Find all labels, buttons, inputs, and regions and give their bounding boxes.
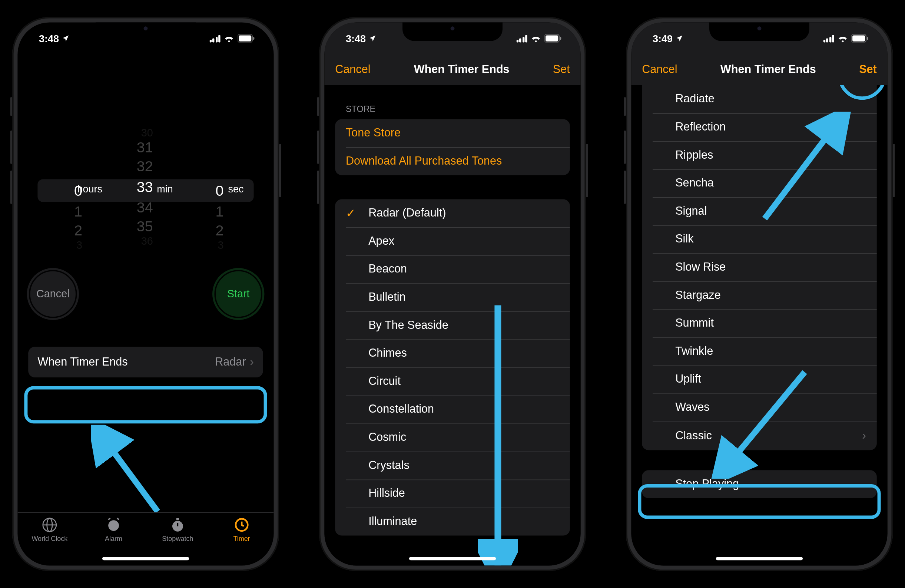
ringtone-label: Uplift: [675, 373, 701, 386]
tab-alarm[interactable]: Alarm: [87, 517, 140, 542]
ringtone-list: ✓Radar (Default)ApexBeaconBulletinBy The…: [335, 199, 570, 536]
location-icon: [62, 33, 70, 44]
cancel-button[interactable]: Cancel: [335, 63, 370, 76]
ringtone-row[interactable]: Uplift: [642, 366, 877, 394]
nav-header: Cancel When Timer Ends Set: [324, 54, 580, 85]
store-header: STORE: [324, 85, 580, 119]
ringtone-label: Summit: [675, 316, 714, 330]
ringtone-row[interactable]: Bulletin: [335, 283, 570, 311]
stop-playing-row[interactable]: Stop Playing: [642, 470, 877, 498]
download-all-row[interactable]: Download All Purchased Tones: [335, 147, 570, 175]
ringtone-row[interactable]: Beacon: [335, 256, 570, 284]
ringtone-list: RadiateReflectionRipplesSenchaSignalSilk…: [642, 85, 877, 450]
battery-icon: [851, 35, 868, 43]
ringtone-label: Stargaze: [675, 289, 721, 302]
duration-picker[interactable]: 0 1 2 3 hours 30 31 32: [17, 54, 273, 255]
ringtone-label: Twinkle: [675, 345, 713, 358]
location-icon: [675, 33, 683, 44]
ringtone-label: Hillside: [368, 487, 405, 500]
tab-timer[interactable]: Timer: [215, 517, 268, 542]
set-button[interactable]: Set: [859, 63, 877, 76]
svg-rect-18: [867, 37, 868, 40]
ringtone-row[interactable]: By The Seaside: [335, 311, 570, 340]
ringtone-row[interactable]: Waves: [642, 393, 877, 421]
ringtone-label: Beacon: [368, 262, 407, 276]
ringtone-label: Classic: [675, 429, 712, 443]
tab-world-clock[interactable]: World Clock: [23, 517, 76, 542]
ringtone-row[interactable]: Circuit: [335, 367, 570, 396]
cancel-button[interactable]: Cancel: [642, 63, 677, 76]
ringtone-row[interactable]: Slow Rise: [642, 253, 877, 281]
phone-mockup-3: 3:49 Cancel When Timer Ends: [626, 17, 893, 571]
store-group: Tone Store Download All Purchased Tones: [335, 119, 570, 175]
ringtone-label: Apex: [368, 235, 394, 248]
ringtone-row[interactable]: Ripples: [642, 141, 877, 169]
globe-icon: [41, 517, 57, 533]
when-timer-ends-value: Radar: [215, 356, 246, 369]
ringtone-row[interactable]: ✓Radar (Default): [335, 199, 570, 227]
tone-store-row[interactable]: Tone Store: [335, 119, 570, 147]
ringtone-label: Cosmic: [368, 431, 406, 444]
stop-playing-group: Stop Playing: [642, 470, 877, 498]
ringtone-label: Silk: [675, 232, 693, 246]
ringtone-row[interactable]: Chimes: [335, 339, 570, 367]
picker-seconds-label: sec: [228, 183, 244, 195]
location-icon: [368, 33, 376, 44]
ringtone-row[interactable]: Radiate: [642, 85, 877, 113]
picker-minutes-value: 33: [109, 178, 153, 197]
ringtone-label: Constellation: [368, 403, 434, 416]
phone-mockup-1: 3:48: [12, 17, 279, 571]
ringtone-row[interactable]: Illuminate: [335, 507, 570, 536]
ringtone-row[interactable]: Cosmic: [335, 423, 570, 451]
battery-icon: [238, 35, 255, 43]
ringtone-row[interactable]: Hillside: [335, 479, 570, 507]
ringtone-label: Radiate: [675, 92, 714, 106]
ringtone-label: Sencha: [675, 176, 714, 190]
ringtone-row[interactable]: Apex: [335, 227, 570, 256]
clock-text: 3:49: [653, 33, 673, 44]
picker-seconds-value: 0: [183, 182, 224, 200]
ringtone-row[interactable]: Stargaze: [642, 281, 877, 310]
ringtone-row[interactable]: Constellation: [335, 396, 570, 424]
ringtone-label: Reflection: [675, 121, 726, 134]
clock-text: 3:48: [39, 33, 59, 44]
picker-hours-label: hours: [77, 183, 102, 195]
svg-rect-14: [560, 37, 562, 40]
ringtone-row[interactable]: Twinkle: [642, 337, 877, 366]
ringtone-row[interactable]: Sencha: [642, 169, 877, 197]
ringtone-row[interactable]: Summit: [642, 309, 877, 337]
start-button[interactable]: Start: [212, 268, 264, 320]
wifi-icon: [838, 35, 848, 43]
cellular-icon: [516, 35, 527, 42]
stopwatch-icon: [170, 517, 186, 533]
ringtone-label: Slow Rise: [675, 261, 726, 274]
ringtone-label: Waves: [675, 401, 709, 414]
clock-text: 3:48: [346, 33, 366, 44]
ringtone-row[interactable]: Silk: [642, 226, 877, 254]
home-indicator[interactable]: [409, 557, 496, 560]
nav-header: Cancel When Timer Ends Set: [631, 54, 887, 85]
classic-row[interactable]: Classic›: [642, 421, 877, 450]
tab-stopwatch[interactable]: Stopwatch: [151, 517, 204, 542]
svg-rect-9: [176, 518, 179, 520]
nav-title: When Timer Ends: [721, 63, 816, 76]
cellular-icon: [210, 35, 221, 42]
alarm-icon: [106, 517, 122, 533]
svg-rect-17: [853, 36, 865, 41]
picker-minutes-label: min: [157, 183, 173, 195]
ringtone-row[interactable]: Signal: [642, 197, 877, 226]
ringtone-row[interactable]: Crystals: [335, 451, 570, 480]
ringtone-label: Radar (Default): [368, 207, 446, 220]
cancel-button[interactable]: Cancel: [27, 268, 79, 320]
ringtone-label: Circuit: [368, 375, 401, 388]
chevron-right-icon: ›: [250, 356, 254, 369]
home-indicator[interactable]: [716, 557, 803, 560]
chevron-right-icon: ›: [862, 429, 866, 443]
set-button[interactable]: Set: [553, 63, 570, 76]
ringtone-row[interactable]: Reflection: [642, 113, 877, 141]
home-indicator[interactable]: [102, 557, 189, 560]
when-timer-ends-row[interactable]: When Timer Ends Radar ›: [28, 346, 263, 377]
phone-mockup-2: 3:48 Cancel When Timer Ends: [319, 17, 586, 571]
ringtone-label: Crystals: [368, 459, 410, 472]
svg-line-3: [101, 435, 157, 512]
